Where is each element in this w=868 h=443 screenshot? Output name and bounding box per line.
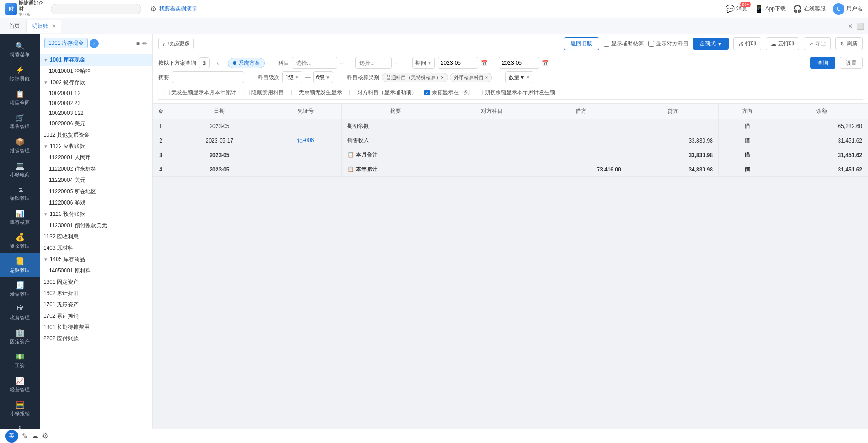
bottom-action-3[interactable]: ☁ bbox=[31, 432, 38, 440]
check-opening-balance[interactable]: 期初余额显示本年累计发生额 bbox=[477, 89, 555, 96]
show-aux-check[interactable]: 显示辅助核算 bbox=[604, 40, 644, 48]
account-item-10020003[interactable]: 10020003 122 bbox=[40, 108, 152, 118]
show-contra-check[interactable]: 显示对方科目 bbox=[648, 40, 689, 48]
sidebar-item-project[interactable]: 📋 项目合同 bbox=[0, 86, 40, 110]
period-calendar-icon[interactable]: 📅 bbox=[481, 60, 488, 66]
return-old-btn[interactable]: 返回旧版 bbox=[564, 37, 599, 50]
account-item-11220004[interactable]: 11220004 美元 bbox=[40, 175, 152, 186]
account-item-10020002[interactable]: 10020002 23 bbox=[40, 98, 152, 108]
sidebar-item-expense[interactable]: 🧮 小畅报销 bbox=[0, 397, 40, 421]
account-item-1405[interactable]: ▼ 1405 库存商品 bbox=[40, 254, 152, 265]
check-balance-col[interactable]: ✓ 余额显示在一列 bbox=[424, 89, 470, 96]
cloud-print-btn[interactable]: ☁ 云打印 bbox=[766, 37, 799, 50]
app-download-action[interactable]: 📱 App下载 bbox=[755, 5, 786, 13]
global-search[interactable] bbox=[51, 4, 141, 14]
th-gear[interactable]: ⚙ bbox=[153, 104, 169, 119]
expand-1001[interactable]: ▼ bbox=[43, 57, 48, 62]
quantity-select[interactable]: 数量▼ ▼ bbox=[505, 71, 533, 83]
account-item-11220002[interactable]: 11220002 往来标签 bbox=[40, 163, 152, 175]
expand-1122[interactable]: ▼ bbox=[43, 144, 48, 149]
account-item-1602[interactable]: 1602 累计折旧 bbox=[40, 288, 152, 299]
sidebar-item-search[interactable]: 🔍 搜索菜单 bbox=[0, 38, 40, 62]
message-action[interactable]: 💬 消息 99+ bbox=[726, 5, 747, 13]
sidebar-item-purchase[interactable]: 🛍 采购管理 bbox=[0, 182, 40, 205]
period-end-input[interactable] bbox=[499, 57, 539, 69]
expand-1002[interactable]: ▼ bbox=[43, 80, 48, 85]
tab-home[interactable]: 首页 bbox=[4, 20, 25, 33]
check-hide-disabled-box[interactable] bbox=[244, 90, 250, 95]
sidebar-item-inventory[interactable]: 📊 库存核算 bbox=[0, 205, 40, 229]
account-item-1123[interactable]: ▼ 1123 预付账款 bbox=[40, 209, 152, 220]
account-item-11220001[interactable]: 11220001 人民币 bbox=[40, 152, 152, 163]
sidebar-item-quick-nav[interactable]: ⚡ 快捷导航 bbox=[0, 62, 40, 86]
account-item-1403[interactable]: 1403 原材料 bbox=[40, 243, 152, 254]
check-contra-display-box[interactable] bbox=[349, 90, 355, 95]
bottom-action-4[interactable]: ⚙ bbox=[42, 432, 48, 440]
maximize-btn[interactable]: ⬜ bbox=[857, 23, 864, 30]
sidebar-item-ledger[interactable]: 📒 总账管理 bbox=[0, 253, 40, 277]
settings-tree-icon[interactable]: ✏ bbox=[142, 40, 148, 47]
account-nav-arrow[interactable]: › bbox=[90, 39, 99, 48]
level-start-select[interactable]: 1级 ▼ bbox=[282, 71, 302, 83]
sidebar-item-tax[interactable]: 🏛 税务管理 bbox=[0, 301, 40, 325]
account-item-14050001[interactable]: 14050001 原材料 bbox=[40, 265, 152, 276]
tab-ledger[interactable]: 明细账 ✕ bbox=[26, 20, 61, 33]
system-scheme-tag[interactable]: 系统方案 bbox=[228, 58, 265, 68]
subject-end-more-icon[interactable]: ··· bbox=[394, 60, 399, 66]
account-item-1002[interactable]: ▼ 1002 银行存款 bbox=[40, 77, 152, 88]
account-item-1601[interactable]: 1601 固定资产 bbox=[40, 276, 152, 288]
sidebar-item-invoice[interactable]: 🧾 发票管理 bbox=[0, 277, 40, 301]
check-no-balance[interactable]: 无发生额显示本月本年累计 bbox=[164, 89, 236, 96]
summary-input[interactable] bbox=[172, 71, 244, 83]
account-item-1801[interactable]: 1801 长期待摊费用 bbox=[40, 322, 152, 333]
subject-type-tag-2[interactable]: 外币核算科目 × bbox=[450, 73, 492, 82]
search-input[interactable] bbox=[51, 4, 141, 14]
expand-1123[interactable]: ▼ bbox=[43, 212, 48, 217]
sidebar-item-ecommerce[interactable]: 💻 小畅电商 bbox=[0, 158, 40, 182]
collapse-arrow-btn[interactable]: ‹ bbox=[212, 57, 223, 68]
sidebar-item-retail[interactable]: 🛒 零售管理 bbox=[0, 110, 40, 134]
account-item-10020001[interactable]: 10020001 12 bbox=[40, 88, 152, 98]
sidebar-item-payroll[interactable]: 💵 工资 bbox=[0, 349, 40, 373]
check-contra-display[interactable]: 对方科目（显示辅助项） bbox=[349, 89, 417, 96]
account-item-1702[interactable]: 1702 累计摊销 bbox=[40, 310, 152, 322]
bottom-action-2[interactable]: ✎ bbox=[22, 432, 28, 440]
expand-more-btn[interactable]: ∧ 收起更多 bbox=[158, 38, 194, 49]
sidebar-item-wholesale[interactable]: 📦 批发管理 bbox=[0, 134, 40, 158]
account-item-1012[interactable]: 1012 其他货币资金 bbox=[40, 129, 152, 141]
account-item-11220006[interactable]: 11220006 游戏 bbox=[40, 197, 152, 209]
account-item-10010001[interactable]: 10010001 哈哈哈 bbox=[40, 66, 152, 77]
user-avatar[interactable]: U 用户名 bbox=[833, 3, 863, 15]
check-opening-balance-box[interactable] bbox=[477, 90, 483, 95]
subject-input[interactable] bbox=[292, 57, 337, 69]
subject-more-icon[interactable]: ··· bbox=[340, 60, 344, 66]
account-item-1122[interactable]: ▼ 1122 应收账款 bbox=[40, 141, 152, 152]
account-item-1132[interactable]: 1132 应收利息 bbox=[40, 231, 152, 243]
account-item-1001[interactable]: ▼ 1001 库存现金 bbox=[40, 54, 152, 66]
account-item-1701[interactable]: 1701 无形资产 bbox=[40, 299, 152, 310]
tab-close-icon[interactable]: ✕ bbox=[52, 24, 56, 29]
sidebar-item-finance[interactable]: 💰 资金管理 bbox=[0, 229, 40, 253]
period-select[interactable]: 期间 ▼ bbox=[412, 57, 435, 69]
show-contra-checkbox[interactable] bbox=[648, 41, 654, 47]
currency-btn[interactable]: 金额式 ▼ bbox=[693, 38, 729, 50]
show-aux-checkbox[interactable] bbox=[604, 41, 609, 47]
period-end-calendar-icon[interactable]: 📅 bbox=[542, 60, 549, 66]
level-end-select[interactable]: 6级 ▼ bbox=[313, 71, 334, 83]
settings-icon[interactable]: ⚙ bbox=[150, 5, 156, 13]
setting-btn[interactable]: 设置 bbox=[840, 57, 863, 69]
sidebar-item-operation[interactable]: 📈 经营管理 bbox=[0, 373, 40, 397]
subject-type-tag-1[interactable]: 普通科目（无特殊核算）× bbox=[382, 73, 448, 82]
close-btn[interactable]: ✕ bbox=[848, 23, 853, 30]
expand-1405[interactable]: ▼ bbox=[43, 257, 48, 262]
export-btn[interactable]: ↗ 导出 bbox=[804, 37, 831, 50]
account-item-11230001[interactable]: 11230001 预付账款美元 bbox=[40, 220, 152, 231]
subject-end-input[interactable] bbox=[355, 57, 392, 69]
check-no-balance-box[interactable] bbox=[164, 90, 170, 95]
sidebar-item-asset[interactable]: 🏢 固定资产 bbox=[0, 325, 40, 349]
check-balance-col-box[interactable]: ✓ bbox=[424, 90, 430, 95]
bottom-translate-btn[interactable]: 英 bbox=[5, 430, 18, 443]
refresh-btn[interactable]: ↻ 刷新 bbox=[835, 37, 863, 50]
demo-text[interactable]: 我要看实例演示 bbox=[159, 5, 197, 13]
print-btn[interactable]: 🖨 打印 bbox=[733, 37, 761, 50]
